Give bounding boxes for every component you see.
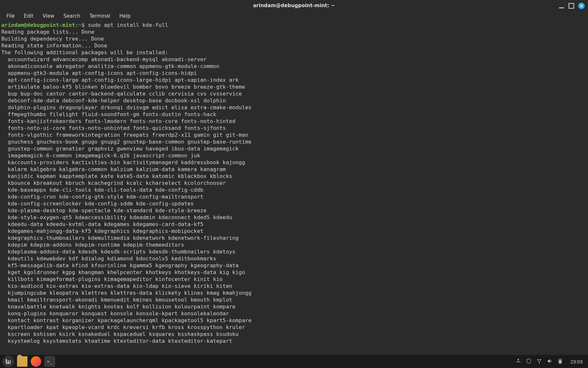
update-icon[interactable] xyxy=(515,358,521,365)
package-line: bup bup-doc cantor cantor-backend-qalcul… xyxy=(1,90,587,97)
package-line: apt-config-icons-large apt-config-icons-… xyxy=(1,77,587,83)
package-line: kde-baseapps kde-cli-tools kde-cli-tools… xyxy=(1,186,587,193)
menu-edit[interactable]: Edit xyxy=(19,12,38,20)
window-controls xyxy=(559,3,585,9)
prompt-command: sudo apt install kde-full xyxy=(88,22,168,28)
package-line: kpartloader kpat kpeople-vcard krdc krev… xyxy=(1,324,587,331)
package-line: kscreen kshisen ksirk ksnakeduel kspaced… xyxy=(1,331,587,338)
package-line: appmenu-gtk3-module apt-config-icons apt… xyxy=(1,70,587,77)
package-line: kontact kontrast korganizer kpackagelaun… xyxy=(1,317,587,324)
window-title: arindam@debugpoint-mint: ~ xyxy=(253,3,335,9)
package-line: kde-plasma-desktop kde-spectacle kde-sta… xyxy=(1,207,587,214)
package-line: akonadiconsole akregator analitza-common… xyxy=(1,63,587,70)
svg-rect-7 xyxy=(559,360,561,363)
menu-terminal[interactable]: Terminal xyxy=(85,12,115,20)
taskbar: >_ 23:03 xyxy=(0,355,588,368)
package-line: kalarm kalgebra kalgebra-common kalzium … xyxy=(1,166,587,173)
package-line: debconf-kde-data debconf-kde-helper desk… xyxy=(1,97,587,104)
package-line: kde-config-screenlocker kde-config-sddm … xyxy=(1,200,587,207)
package-line: gnuchess gnuchess-book gnugo gnupg2 gnus… xyxy=(1,138,587,145)
package-line: kdeedu-data kdeedu-kvtml-data kdegames k… xyxy=(1,221,587,228)
package-line: kdegraphics-thumbnailers kdemultimedia k… xyxy=(1,235,587,241)
package-line: kbounce kbreakout kbruch kcachegrind kca… xyxy=(1,180,587,186)
package-line: fonts-vlgothic frameworkintegration free… xyxy=(1,131,587,138)
package-line: kde-style-oxygen-qt5 kdeaccessibility kd… xyxy=(1,214,587,221)
menubar: File Edit View Search Terminal Help xyxy=(0,11,588,21)
package-line: kjumpingcube kleopatra klettres klettres… xyxy=(1,289,587,296)
menu-search[interactable]: Search xyxy=(59,12,85,20)
taskbar-left: >_ xyxy=(3,356,55,367)
clock[interactable]: 23:03 xyxy=(570,359,583,364)
package-line: gnustep-common granatier graphviz gwenvi… xyxy=(1,145,587,152)
package-line: kdegames-mahjongg-data-kf5 kdegraphics k… xyxy=(1,228,587,235)
shield-icon[interactable] xyxy=(526,358,532,365)
package-line: knavalbattle knetwalk knights knotes kol… xyxy=(1,303,587,310)
package-line: killbots kimageformat-plugins kimagemape… xyxy=(1,276,587,283)
package-line: accountwizard advancecomp akonadi-backen… xyxy=(1,56,587,63)
output-line: The following additional packages will b… xyxy=(1,49,168,56)
package-line: imagemagick-6-common imagemagick-6.q16 j… xyxy=(1,152,587,159)
menu-file[interactable]: File xyxy=(2,12,19,20)
prompt-user-host: arindam@debugpoint-mint xyxy=(1,22,75,28)
window-titlebar: arindam@debugpoint-mint: ~ xyxy=(0,0,588,11)
package-line: kdepim kdepim-addons kdepim-runtime kdep… xyxy=(1,241,587,248)
battery-icon[interactable] xyxy=(557,358,563,365)
close-button[interactable] xyxy=(578,3,585,9)
package-line: dolphin-plugins dragonplayer drkonqi dvi… xyxy=(1,104,587,111)
prompt-dollar: $ xyxy=(81,22,85,28)
package-line: kaccounts-providers kactivities-bin kact… xyxy=(1,159,587,166)
network-icon[interactable] xyxy=(536,358,542,365)
package-line: ffmpegthumbs filelight fluid-soundfont-g… xyxy=(1,111,587,118)
package-line: fonts-noto-ui-core fonts-noto-unhinted f… xyxy=(1,125,587,131)
svg-rect-0 xyxy=(559,8,564,9)
output-line: Reading state information... Done xyxy=(1,43,107,49)
package-line: kde-config-cron kde-config-gtk-style kde… xyxy=(1,193,587,200)
output-line: Building dependency tree... Done xyxy=(1,36,104,42)
package-line: fonts-kanjistrokeorders fonts-lmodern fo… xyxy=(1,118,587,125)
svg-rect-6 xyxy=(560,359,561,359)
package-line: kanjidic kapman kapptemplate kate kate5-… xyxy=(1,173,587,180)
minimize-button[interactable] xyxy=(559,3,564,9)
volume-icon[interactable] xyxy=(547,358,553,365)
package-line: kio-audiocd kio-extras kio-extras-data k… xyxy=(1,283,587,289)
package-line: kdeplasma-addons-data kdesdk kdesdk-scri… xyxy=(1,248,587,255)
package-line: kget kgoldrunner kgpg khangman khelpcent… xyxy=(1,269,587,276)
menu-view[interactable]: View xyxy=(38,12,59,20)
firefox-icon[interactable] xyxy=(31,356,41,367)
prompt-separator: : xyxy=(75,22,78,28)
terminal-output[interactable]: arindam@debugpoint-mint:~$ sudo apt inst… xyxy=(0,21,588,345)
maximize-button[interactable] xyxy=(568,3,574,9)
package-line: konq-plugins konqueror konquest konsole … xyxy=(1,310,587,317)
menu-help[interactable]: Help xyxy=(115,12,135,20)
terminal-taskbar-icon[interactable]: >_ xyxy=(45,356,55,367)
package-line: kmail kmailtransport-akonadi kmenuedit k… xyxy=(1,296,587,303)
taskbar-tray: 23:03 xyxy=(515,358,585,365)
package-line: kdeutils kdewebdev kdf kdialog kdiamond … xyxy=(1,255,587,262)
mint-menu-button[interactable] xyxy=(3,356,14,367)
svg-rect-1 xyxy=(569,4,574,9)
prompt-path: ~ xyxy=(78,22,81,28)
files-icon[interactable] xyxy=(17,356,27,367)
package-line: artikulate baloo-kf5 blinken bluedevil b… xyxy=(1,83,587,90)
package-line: kf5-messagelib-data kfind kfourinline kg… xyxy=(1,262,587,269)
package-line: ksystemlog ksystemstats kteatime ktexted… xyxy=(1,338,587,344)
output-line: Reading package lists... Done xyxy=(1,29,94,35)
